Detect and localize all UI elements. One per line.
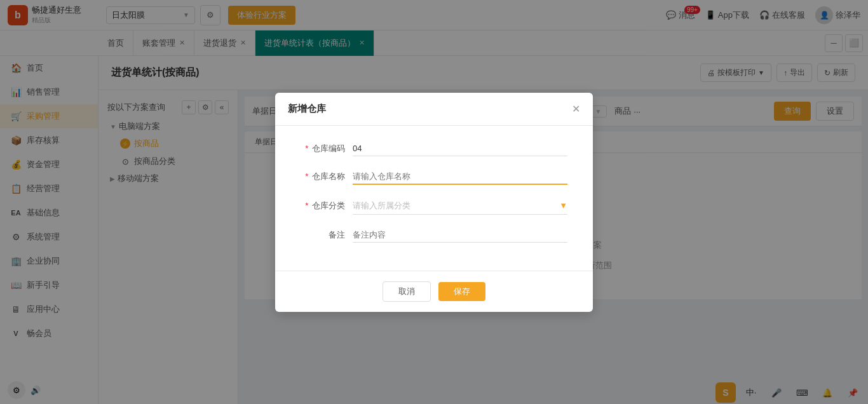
category-label: * 仓库分类 <box>301 200 345 212</box>
cancel-button[interactable]: 取消 <box>383 281 431 302</box>
dialog-header: 新增仓库 ✕ <box>275 93 593 126</box>
warehouse-name-input[interactable] <box>353 169 567 185</box>
category-dropdown-icon: ▼ <box>559 201 567 210</box>
warehouse-category-row: * 仓库分类 请输入所属分类 ▼ <box>301 198 567 215</box>
dialog-close-button[interactable]: ✕ <box>572 103 580 115</box>
note-label: 备注 <box>301 229 345 241</box>
warehouse-code-input[interactable] <box>353 141 567 156</box>
save-button[interactable]: 保存 <box>438 282 485 301</box>
dialog-title: 新增仓库 <box>288 103 572 115</box>
name-label: * 仓库名称 <box>301 171 345 182</box>
add-warehouse-dialog: 新增仓库 ✕ * 仓库编码 * 仓库名称 <box>275 93 593 312</box>
category-select[interactable]: 请输入所属分类 ▼ <box>353 198 567 215</box>
warehouse-code-row: * 仓库编码 <box>301 141 567 156</box>
modal-overlay: 新增仓库 ✕ * 仓库编码 * 仓库名称 <box>0 0 868 404</box>
dialog-footer: 取消 保存 <box>275 271 593 312</box>
dialog-body: * 仓库编码 * 仓库名称 * 仓库分类 请输入所属 <box>275 126 593 271</box>
warehouse-note-row: 备注 <box>301 227 567 243</box>
warehouse-name-row: * 仓库名称 <box>301 169 567 185</box>
category-placeholder: 请输入所属分类 <box>353 200 559 212</box>
code-label: * 仓库编码 <box>301 143 345 154</box>
warehouse-note-input[interactable] <box>353 227 567 243</box>
